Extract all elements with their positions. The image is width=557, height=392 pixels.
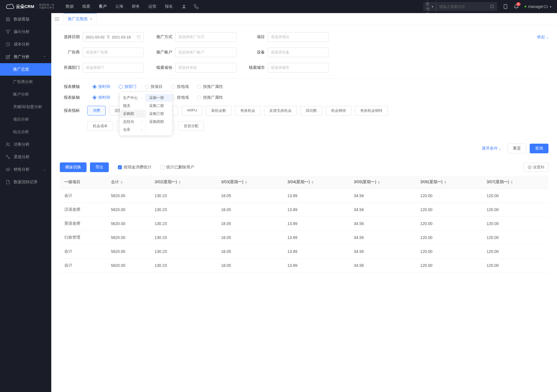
sidebar-subitem[interactable]: 账户分析 [0, 88, 51, 101]
nav-item[interactable]: 财务 [132, 4, 140, 9]
sidebar-subitem[interactable]: 广告商分析 [0, 76, 51, 88]
table-header[interactable]: 3/07(星期一)▲▼ [482, 176, 548, 189]
radio-axis-v[interactable]: 按时间 [93, 95, 110, 100]
table-header[interactable]: 3/06(星期一)▲▼ [416, 176, 482, 189]
sidebar-collapse-button[interactable] [55, 17, 59, 21]
sidebar-item[interactable]: 漏斗分析 [0, 26, 51, 38]
city-select[interactable]: 请选择城市 ⌵ [268, 63, 329, 73]
radio-axis-h[interactable]: 按地域 [171, 84, 189, 89]
sidebar-item[interactable]: 推广分析⌃ [0, 51, 51, 63]
metric-tag[interactable]: 消费 [87, 106, 106, 115]
user-icon [6, 142, 10, 147]
radio-axis-h[interactable]: 按项目 [145, 84, 163, 89]
method-select[interactable]: 请选择推广方式 ⌵ [175, 32, 236, 42]
metric-tag[interactable]: 新机会数 [206, 106, 232, 115]
sidebar-item[interactable]: 数据看版 [0, 13, 51, 26]
table-cell: 120.00 [416, 189, 482, 203]
cascader-item[interactable]: 采购三部 [146, 110, 172, 118]
nav-item[interactable]: 数据 [66, 4, 74, 9]
dept-select[interactable]: 请选择部门 ⌵ [83, 63, 144, 73]
radio-axis-v[interactable]: 按推广属性 [197, 95, 223, 100]
sidebar-item[interactable]: 渠道分析 [0, 151, 51, 163]
sort-icon: ▲▼ [178, 180, 181, 184]
query-button[interactable]: 查询 [530, 144, 548, 153]
close-icon[interactable]: ✕ [90, 17, 93, 21]
svg-rect-7 [8, 20, 10, 21]
sidebar-item[interactable]: 成本分析 [0, 38, 51, 51]
user-name: manager11 [528, 4, 548, 9]
table-cell: 13.89 [283, 245, 349, 259]
table-header[interactable]: 3/03(星期一)▲▼ [216, 176, 283, 189]
expand-conditions-link[interactable]: 展开条件 ⌵ [482, 146, 501, 151]
svg-rect-6 [8, 18, 10, 19]
sidebar-item[interactable]: 数据流转记录 [0, 176, 51, 188]
mobile-icon[interactable] [503, 4, 508, 9]
tab-promotion-overview[interactable]: 推广总预览 ✕ [64, 13, 97, 25]
radio-axis-h[interactable]: 按推广属性 [197, 84, 223, 89]
cascader-item[interactable]: 采购部› [120, 110, 146, 118]
table-header[interactable]: 合计▲▼ [107, 176, 150, 189]
reset-button[interactable]: 重置 [507, 144, 526, 153]
table-header[interactable]: 3/05(星期一)▲▼ [349, 176, 415, 189]
cascader-item[interactable]: 采购一部 [146, 94, 172, 102]
deleted-stats-checkbox[interactable]: 统计已删除用户 [161, 165, 194, 170]
radio-axis-h[interactable]: 按时间 [93, 84, 110, 89]
collapse-filters-link[interactable]: 收起 ⌵ [537, 34, 548, 40]
table-header[interactable]: 一级项目 [60, 176, 107, 189]
bell-icon[interactable]: 5 [514, 4, 519, 9]
cascader-item[interactable]: 报关 [120, 102, 146, 110]
metric-tag[interactable]: 机会销转 [326, 106, 351, 115]
table-header[interactable]: 3/02(星期一)▲▼ [150, 176, 216, 189]
province-select[interactable]: 请选择省份 ⌵ [175, 63, 236, 73]
export-button[interactable]: 导出 [90, 162, 109, 172]
cascader-item[interactable]: 采购四部 [146, 118, 172, 126]
metric-tag[interactable]: 首咨分配 [178, 121, 204, 131]
table-row: 会计5620.00130.2318.0513.8934.56120.00120.… [60, 259, 548, 273]
metric-tag[interactable]: ARPU [181, 106, 202, 115]
cascader-item[interactable]: 采购二部 [146, 102, 172, 110]
project-select[interactable]: 请选择项目 ⌵ [268, 32, 329, 42]
radio-axis-v[interactable]: 按地域 [171, 95, 189, 100]
nav-item[interactable]: 报名 [165, 4, 173, 9]
logo[interactable]: 云朵CRM 教育机构一站 式服务云平台 [6, 2, 54, 11]
sidebar-subitem[interactable]: 推广总览 [0, 63, 51, 76]
metric-tag[interactable]: 机会成本 [87, 121, 113, 131]
advertiser-select[interactable]: 请选择广告商 ⌵ [83, 48, 144, 57]
table-cell: 120.00 [482, 217, 548, 231]
cascader-item[interactable]: 生产中心› [120, 94, 146, 102]
cash-stats-checkbox[interactable]: 按现金消费统计 [118, 165, 151, 170]
cascader-item[interactable]: 仓库› [120, 126, 146, 134]
sidebar-subitem[interactable]: 项目分析 [0, 113, 51, 126]
user-icon-nav[interactable] [181, 4, 187, 9]
table-header[interactable]: 3/04(星期一)▲▼ [283, 176, 349, 189]
nav-item[interactable]: 客户 [99, 4, 107, 9]
sidebar-item[interactable]: 访客分析 [0, 138, 51, 151]
phone-icon-nav[interactable] [194, 4, 199, 9]
device-select[interactable]: 请选择设备 ⌵ [268, 48, 329, 57]
table-cell: 130.23 [150, 189, 216, 203]
sidebar-subitem[interactable]: 关键词/创意分析 [0, 101, 51, 113]
metric-tag[interactable]: 反馈无效机会 [264, 106, 297, 115]
cascader-item[interactable]: 总经办› [120, 118, 146, 126]
sidebar-item[interactable]: 销售分析⌄ [0, 163, 51, 176]
metric-tag[interactable]: 有效机会 [235, 106, 261, 115]
metric-tag[interactable]: 有效机会销转 [355, 106, 388, 115]
toggle-axis-button[interactable]: 横纵切换 [60, 162, 87, 172]
nav-item[interactable]: 运营 [148, 4, 156, 9]
user-menu[interactable]: manager11 ▾ [525, 4, 551, 9]
table-cell: 5620.00 [107, 203, 150, 217]
search-input[interactable] [436, 5, 490, 9]
date-range-picker[interactable]: 2021-03-02 至 2021-03-16 [83, 32, 144, 42]
nav-item[interactable]: 公海 [115, 4, 123, 9]
nav-item[interactable]: 线索 [82, 4, 90, 9]
table-row: 行政管理5620.00130.2318.0513.8934.56120.0012… [60, 231, 548, 245]
table-cell: 会计 [60, 259, 107, 273]
account-select[interactable]: 请选择推广账户 ⌵ [175, 48, 236, 57]
radio-axis-h[interactable]: 按部门 [119, 84, 136, 89]
column-settings-button[interactable]: 设置列 [523, 163, 548, 172]
search-icon[interactable] [490, 4, 494, 9]
metric-tag[interactable]: 回访数 [300, 106, 322, 115]
chevron-down-icon: ▾ [432, 5, 433, 8]
filter-area: 选择日期 2021-03-02 至 2021-03-16 推广方式 请选择推广方… [51, 25, 557, 141]
sidebar-subitem[interactable]: 站点分析 [0, 126, 51, 138]
